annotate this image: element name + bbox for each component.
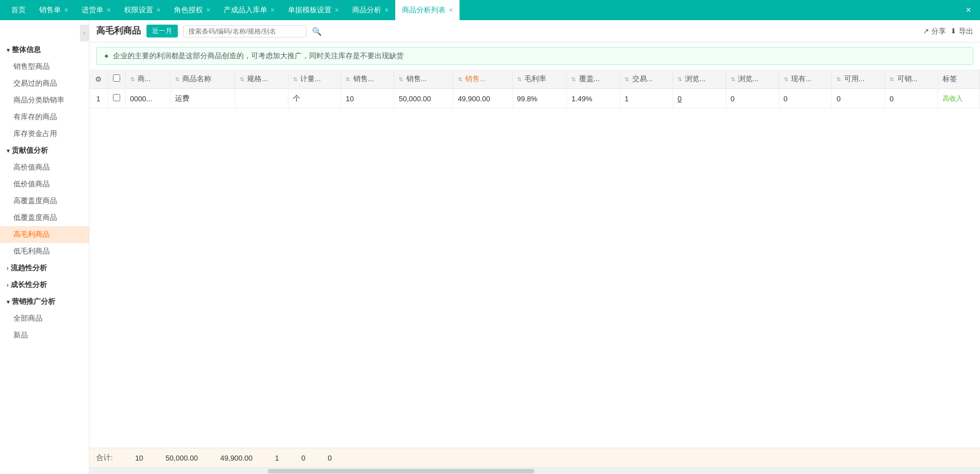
chevron-down-icon-2: ▾ bbox=[7, 148, 10, 154]
sidebar-group-trend[interactable]: › 流趋性分析 bbox=[0, 260, 89, 276]
sort-icon-7: ⇅ bbox=[458, 76, 462, 82]
th-name[interactable]: ⇅ 商品名称 bbox=[170, 69, 235, 89]
sidebar-group-growth[interactable]: › 成长性分析 bbox=[0, 276, 89, 293]
horizontal-scrollbar[interactable] bbox=[89, 467, 980, 474]
settings-icon[interactable]: ⚙ bbox=[95, 75, 102, 83]
share-icon: ↗ bbox=[923, 27, 929, 35]
th-view2[interactable]: ⇅ 浏览... bbox=[726, 69, 779, 89]
scroll-thumb[interactable] bbox=[268, 469, 535, 473]
share-button[interactable]: ↗ 分享 bbox=[923, 26, 946, 36]
sidebar-item-low-margin[interactable]: 低毛利商品 bbox=[0, 243, 89, 260]
sort-icon-13: ⇅ bbox=[784, 76, 788, 82]
close-product-inbound[interactable]: × bbox=[271, 6, 274, 14]
cell-saleable: 0 bbox=[885, 89, 938, 109]
th-sales-amount[interactable]: ⇅ 销售... bbox=[394, 69, 453, 89]
close-goods-analysis[interactable]: × bbox=[385, 6, 389, 14]
chevron-down-icon-3: ▾ bbox=[7, 299, 10, 305]
sort-icon-10: ⇅ bbox=[624, 76, 629, 82]
nav-home[interactable]: 首页 bbox=[4, 0, 32, 20]
sidebar-item-stock-capital[interactable]: 库存资金占用 bbox=[0, 125, 89, 142]
cell-checkbox[interactable] bbox=[107, 89, 125, 109]
search-icon[interactable]: 🔍 bbox=[312, 27, 321, 36]
th-spec[interactable]: ⇅ 规格... bbox=[235, 69, 288, 89]
close-goods-analysis-list[interactable]: × bbox=[449, 6, 453, 14]
footer-current-stock: 0 bbox=[301, 454, 305, 462]
close-role-auth[interactable]: × bbox=[206, 6, 210, 14]
content-area: 高毛利商品 近一月 🔍 ↗ 分享 ⬇ 导出 ✦ 企业的主要的利润都是这部分商品创… bbox=[89, 20, 980, 474]
nav-role-auth[interactable]: 角色授权 × bbox=[167, 0, 217, 20]
th-unit[interactable]: ⇅ 计量... bbox=[288, 69, 341, 89]
close-purchase-order[interactable]: × bbox=[107, 6, 111, 14]
th-code[interactable]: ⇅ 商... bbox=[125, 69, 170, 89]
sidebar-item-high-value[interactable]: 高价值商品 bbox=[0, 159, 89, 176]
sidebar-item-category-rate[interactable]: 商品分类助销率 bbox=[0, 92, 89, 109]
info-banner: ✦ 企业的主要的利润都是这部分商品创造的，可考虑加大推广，同时关注库存是不要出现… bbox=[96, 47, 973, 65]
th-saleable[interactable]: ⇅ 可销... bbox=[885, 69, 938, 89]
close-permission-settings[interactable]: × bbox=[157, 6, 160, 14]
sidebar-item-high-margin[interactable]: 高毛利商品 bbox=[0, 226, 89, 243]
footer-transaction: 1 bbox=[275, 454, 279, 462]
table-row[interactable]: 1 0000... 运费 bbox=[89, 89, 980, 109]
sidebar-item-new-goods[interactable]: 新品 bbox=[0, 327, 89, 344]
page-title: 高毛利商品 bbox=[96, 25, 141, 37]
th-sales-qty[interactable]: ⇅ 销售... bbox=[341, 69, 394, 89]
sidebar-item-all-goods[interactable]: 全部商品 bbox=[0, 310, 89, 327]
sort-icon-14: ⇅ bbox=[836, 76, 841, 82]
sidebar-group-marketing[interactable]: ▾ 营销推广分析 bbox=[0, 293, 89, 310]
sidebar-item-stocked-goods[interactable]: 有库存的商品 bbox=[0, 109, 89, 125]
data-table: ⚙ ⇅ 商... ⇅ 商品名称 bbox=[89, 69, 980, 109]
nav-permission-settings[interactable]: 权限设置 × bbox=[117, 0, 167, 20]
nav-goods-analysis-list[interactable]: 商品分析列表 × bbox=[395, 0, 460, 20]
sort-icon: ⇅ bbox=[130, 76, 135, 82]
cell-view1[interactable]: 0 bbox=[673, 89, 726, 109]
cell-gross-margin: 99.8% bbox=[512, 89, 567, 109]
select-all-checkbox[interactable] bbox=[113, 74, 120, 82]
sidebar-item-low-value[interactable]: 低价值商品 bbox=[0, 176, 89, 193]
nav-product-inbound[interactable]: 产成品入库单 × bbox=[217, 0, 281, 20]
cell-code: 0000... bbox=[125, 89, 170, 109]
footer-total-bar: 合计: 10 50,000.00 49,900.00 1 0 0 bbox=[89, 448, 980, 467]
chevron-right-icon: › bbox=[7, 265, 8, 271]
top-nav: 首页 销售单 × 进货单 × 权限设置 × 角色授权 × 产成品入库单 × 单据… bbox=[0, 0, 980, 20]
nav-goods-analysis[interactable]: 商品分析 × bbox=[345, 0, 395, 20]
cell-coverage: 1.49% bbox=[567, 89, 620, 109]
nav-template-settings[interactable]: 单据模板设置 × bbox=[281, 0, 345, 20]
sort-icon-9: ⇅ bbox=[571, 76, 576, 82]
search-input[interactable] bbox=[183, 25, 306, 37]
sidebar-group-contribution[interactable]: ▾ 贡献值分析 bbox=[0, 142, 89, 159]
cell-seq: 1 bbox=[89, 89, 107, 109]
content-header: 高毛利商品 近一月 🔍 ↗ 分享 ⬇ 导出 bbox=[89, 20, 980, 43]
close-sales-order[interactable]: × bbox=[64, 6, 68, 14]
th-sales-profit[interactable]: ⇅ 销售... bbox=[453, 69, 512, 89]
sidebar-item-low-coverage[interactable]: 低覆盖度商品 bbox=[0, 209, 89, 226]
chevron-right-icon-2: › bbox=[7, 282, 8, 288]
date-filter-button[interactable]: 近一月 bbox=[146, 25, 178, 37]
th-tag[interactable]: 标签 bbox=[938, 69, 980, 89]
nav-purchase-order[interactable]: 进货单 × bbox=[75, 0, 117, 20]
th-settings[interactable]: ⚙ bbox=[89, 69, 107, 89]
export-button[interactable]: ⬇ 导出 bbox=[950, 26, 973, 36]
sidebar-group-overall[interactable]: ▾ 整体信息 bbox=[0, 41, 89, 58]
cell-spec bbox=[235, 89, 288, 109]
close-template-settings[interactable]: × bbox=[335, 6, 339, 14]
th-view1[interactable]: ⇅ 浏览... bbox=[673, 69, 726, 89]
sidebar-item-traded-goods[interactable]: 交易过的商品 bbox=[0, 75, 89, 92]
sidebar-collapse-btn[interactable]: ‹ bbox=[80, 25, 89, 41]
chevron-down-icon: ▾ bbox=[7, 47, 10, 53]
th-checkbox[interactable] bbox=[107, 69, 125, 89]
cell-tag: 高收入 bbox=[938, 89, 980, 109]
sidebar-item-sales-goods[interactable]: 销售型商品 bbox=[0, 58, 89, 75]
cell-transaction: 1 bbox=[620, 89, 673, 109]
th-transaction[interactable]: ⇅ 交易... bbox=[620, 69, 673, 89]
data-table-wrapper[interactable]: ⚙ ⇅ 商... ⇅ 商品名称 bbox=[89, 69, 980, 448]
sidebar-item-high-coverage[interactable]: 高覆盖度商品 bbox=[0, 193, 89, 209]
th-coverage[interactable]: ⇅ 覆盖... bbox=[567, 69, 620, 89]
th-current-stock[interactable]: ⇅ 现有... bbox=[779, 69, 832, 89]
th-gross-margin[interactable]: ⇅ 毛利率 bbox=[512, 69, 567, 89]
th-available[interactable]: ⇅ 可用... bbox=[832, 69, 885, 89]
row-checkbox[interactable] bbox=[113, 94, 120, 101]
footer-sales-qty: 10 bbox=[135, 454, 143, 462]
close-all-tabs[interactable]: × bbox=[962, 5, 976, 15]
sort-icon-4: ⇅ bbox=[293, 76, 297, 82]
nav-sales-order[interactable]: 销售单 × bbox=[32, 0, 75, 20]
